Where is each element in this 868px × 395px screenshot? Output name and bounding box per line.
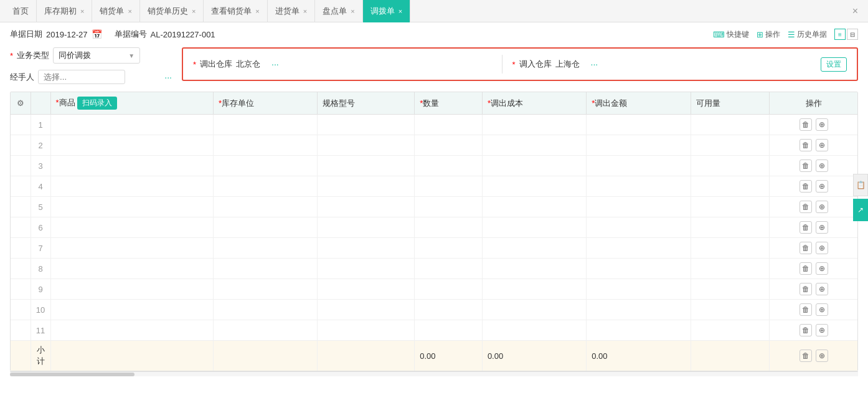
copy-row-icon[interactable]: ⊕ — [816, 180, 828, 193]
row-unit[interactable] — [213, 115, 317, 135]
tab-view-sales[interactable]: 查看销货单 × — [204, 0, 267, 22]
row-available[interactable] — [691, 217, 770, 238]
row-unit[interactable] — [213, 156, 317, 176]
tab-inventory-init[interactable]: 库存期初 × — [37, 0, 92, 22]
tab-view-sales-close[interactable]: × — [255, 7, 259, 15]
row-amount[interactable] — [587, 197, 691, 217]
delete-row-icon[interactable]: 🗑 — [800, 221, 812, 234]
tab-purchase-order[interactable]: 进货单 × — [268, 0, 315, 22]
row-unit[interactable] — [213, 259, 317, 279]
row-amount[interactable] — [587, 259, 691, 279]
copy-row-icon[interactable]: ⊕ — [816, 303, 828, 316]
tab-sales-history[interactable]: 销货单历史 × — [140, 0, 204, 22]
layout-grid-icon[interactable]: ⊟ — [847, 29, 858, 40]
row-cost[interactable] — [482, 320, 586, 341]
delete-row-icon[interactable]: 🗑 — [800, 159, 812, 172]
copy-row-icon[interactable]: ⊕ — [816, 159, 828, 172]
delete-row-icon[interactable]: 🗑 — [800, 303, 812, 316]
row-unit[interactable] — [213, 176, 317, 197]
row-amount[interactable] — [587, 135, 691, 156]
float-expand-icon[interactable]: ↗ — [853, 199, 868, 221]
row-product[interactable] — [50, 320, 213, 341]
delete-row-icon[interactable]: 🗑 — [800, 262, 812, 275]
row-product[interactable] — [50, 135, 213, 156]
tab-inventory-init-close[interactable]: × — [80, 7, 84, 15]
tab-stocktake[interactable]: 盘点单 × — [315, 0, 362, 22]
row-qty[interactable] — [415, 176, 483, 197]
row-cost[interactable] — [482, 217, 586, 238]
horizontal-scrollbar[interactable] — [10, 371, 858, 376]
row-qty[interactable] — [415, 300, 483, 320]
row-product[interactable] — [50, 259, 213, 279]
row-available[interactable] — [691, 156, 770, 176]
copy-row-icon[interactable]: ⊕ — [816, 118, 828, 131]
tab-purchase-order-close[interactable]: × — [303, 7, 307, 15]
copy-row-icon[interactable]: ⊕ — [816, 262, 828, 275]
row-spec[interactable] — [318, 300, 415, 320]
row-cost[interactable] — [482, 115, 586, 135]
row-qty[interactable] — [415, 156, 483, 176]
row-cost[interactable] — [482, 238, 586, 259]
row-cost[interactable] — [482, 300, 586, 320]
copy-row-icon[interactable]: ⊕ — [816, 221, 828, 234]
operations-btn[interactable]: ⊞ 操作 — [757, 29, 780, 40]
row-spec[interactable] — [318, 320, 415, 341]
row-available[interactable] — [691, 300, 770, 320]
business-type-select[interactable]: 同价调拨 ▼ — [53, 47, 140, 64]
row-qty[interactable] — [415, 115, 483, 135]
row-available[interactable] — [691, 320, 770, 341]
copy-row-icon[interactable]: ⊕ — [816, 242, 828, 254]
settings-col-header[interactable]: ⚙ — [11, 92, 31, 115]
row-qty[interactable] — [415, 320, 483, 341]
transfer-in-more-icon[interactable]: ··· — [591, 59, 598, 69]
tab-sales-history-close[interactable]: × — [192, 7, 196, 15]
scan-button[interactable]: 扫码录入 — [77, 97, 117, 110]
row-cost[interactable] — [482, 259, 586, 279]
window-close-icon[interactable]: × — [847, 6, 863, 17]
row-product[interactable] — [50, 238, 213, 259]
row-product[interactable] — [50, 176, 213, 197]
row-amount[interactable] — [587, 320, 691, 341]
row-spec[interactable] — [318, 176, 415, 197]
row-qty[interactable] — [415, 135, 483, 156]
transfer-out-more-icon[interactable]: ··· — [271, 59, 279, 69]
delete-row-icon[interactable]: 🗑 — [800, 201, 812, 213]
row-amount[interactable] — [587, 217, 691, 238]
tab-sales-order-close[interactable]: × — [128, 7, 131, 15]
row-available[interactable] — [691, 135, 770, 156]
row-qty[interactable] — [415, 259, 483, 279]
tab-stocktake-close[interactable]: × — [351, 7, 354, 15]
shortcuts-btn[interactable]: ⌨ 快捷键 — [713, 29, 749, 40]
row-unit[interactable] — [213, 320, 317, 341]
layout-lines-icon[interactable]: ≡ — [834, 29, 846, 40]
row-spec[interactable] — [318, 115, 415, 135]
calendar-icon[interactable]: 📅 — [92, 29, 102, 39]
row-cost[interactable] — [482, 135, 586, 156]
row-qty[interactable] — [415, 217, 483, 238]
handler-more-icon[interactable]: ··· — [164, 72, 172, 82]
row-available[interactable] — [691, 279, 770, 300]
tab-transfer[interactable]: 调拨单 × — [363, 0, 410, 22]
row-available[interactable] — [691, 259, 770, 279]
delete-row-icon[interactable]: 🗑 — [800, 139, 812, 151]
row-spec[interactable] — [318, 197, 415, 217]
row-spec[interactable] — [318, 279, 415, 300]
tab-sales-order[interactable]: 销货单 × — [92, 0, 139, 22]
row-amount[interactable] — [587, 300, 691, 320]
delete-row-icon[interactable]: 🗑 — [800, 180, 812, 193]
row-unit[interactable] — [213, 238, 317, 259]
row-product[interactable] — [50, 115, 213, 135]
handler-input[interactable] — [38, 70, 125, 84]
row-spec[interactable] — [318, 156, 415, 176]
row-cost[interactable] — [482, 176, 586, 197]
row-spec[interactable] — [318, 217, 415, 238]
history-btn[interactable]: ☰ 历史单据 — [788, 29, 827, 40]
delete-row-icon[interactable]: 🗑 — [800, 242, 812, 254]
row-unit[interactable] — [213, 217, 317, 238]
tab-transfer-close[interactable]: × — [399, 7, 402, 15]
settings-button[interactable]: 设置 — [821, 57, 847, 72]
float-notes-icon[interactable]: 📋 — [853, 174, 868, 196]
row-qty[interactable] — [415, 279, 483, 300]
subtotal-copy-icon[interactable]: ⊕ — [816, 350, 828, 362]
row-product[interactable] — [50, 300, 213, 320]
